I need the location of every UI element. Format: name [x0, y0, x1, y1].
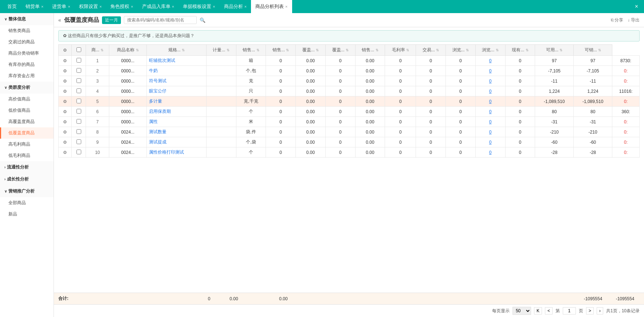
row-settings-icon[interactable]: ⚙: [63, 140, 67, 145]
sidebar-item-low-coverage[interactable]: 低覆盖度商品: [0, 127, 54, 139]
row-settings-icon[interactable]: ⚙: [63, 150, 67, 155]
row-name[interactable]: 测试数量: [146, 127, 206, 137]
row-settings[interactable]: ⚙: [59, 76, 72, 86]
close-icon[interactable]: ×: [99, 4, 102, 9]
search-icon[interactable]: 🔍: [200, 17, 205, 23]
row-name[interactable]: 牛奶: [146, 66, 206, 76]
col-sales3[interactable]: 销售... ⇅: [355, 45, 385, 56]
row-browse1[interactable]: 0: [475, 127, 505, 137]
nav-item-role[interactable]: 角色授权 ×: [106, 0, 137, 13]
per-page-select[interactable]: 50 20 100: [513, 307, 531, 315]
nav-item-finished-goods[interactable]: 产成品入库单 ×: [138, 0, 178, 13]
row-settings[interactable]: ⚙: [59, 137, 72, 147]
row-select-checkbox[interactable]: [76, 129, 81, 134]
row-settings-icon[interactable]: ⚙: [63, 109, 67, 114]
row-settings[interactable]: ⚙: [59, 117, 72, 127]
row-checkbox[interactable]: [72, 107, 86, 117]
row-browse1[interactable]: 0: [475, 137, 505, 147]
row-checkbox[interactable]: [72, 76, 86, 86]
share-button[interactable]: ⎗ 分享: [611, 17, 623, 23]
sidebar-section-circulation[interactable]: › 流通性分析: [0, 161, 54, 173]
row-settings[interactable]: ⚙: [59, 107, 72, 117]
row-select-checkbox[interactable]: [76, 88, 81, 93]
col-code[interactable]: 商... ⇅: [86, 45, 109, 56]
last-page-button[interactable]: ›: [597, 307, 603, 314]
col-gross-margin[interactable]: 毛利率 ⇅: [385, 45, 416, 56]
col-settings[interactable]: ⚙: [59, 45, 72, 56]
row-browse1[interactable]: 0: [475, 117, 505, 127]
row-browse1[interactable]: 0: [475, 147, 505, 158]
sidebar-item-stock-capital[interactable]: 库存资金占用: [0, 70, 54, 82]
sidebar-section-marketing[interactable]: ∨ 营销推广分析: [0, 185, 54, 197]
close-icon[interactable]: ×: [285, 4, 287, 9]
col-browse2[interactable]: 浏览... ⇅: [475, 45, 505, 56]
row-browse1[interactable]: 0: [475, 86, 505, 96]
col-coverage2[interactable]: 覆盖... ⇅: [325, 45, 355, 56]
row-select-checkbox[interactable]: [76, 139, 81, 144]
row-settings[interactable]: ⚙: [59, 147, 72, 158]
row-settings-icon[interactable]: ⚙: [63, 130, 67, 135]
col-coverage1[interactable]: 覆盖... ⇅: [296, 45, 326, 56]
row-settings-icon[interactable]: ⚙: [63, 68, 67, 74]
col-current-stock[interactable]: 现有... ⇅: [505, 45, 535, 56]
row-checkbox[interactable]: [72, 86, 86, 96]
time-filter-button[interactable]: 近一月: [102, 16, 121, 24]
nav-item-product-analysis[interactable]: 商品分析 ×: [220, 0, 251, 13]
row-settings-icon[interactable]: ⚙: [63, 99, 67, 104]
row-settings[interactable]: ⚙: [59, 127, 72, 137]
col-browse1[interactable]: 浏览... ⇅: [445, 45, 475, 56]
col-checkbox[interactable]: [72, 45, 86, 56]
row-checkbox[interactable]: [72, 117, 86, 127]
nav-item-home[interactable]: 首页: [3, 0, 21, 13]
close-icon[interactable]: ×: [213, 4, 215, 9]
sidebar-item-high-value[interactable]: 高价值商品: [0, 94, 54, 105]
close-icon[interactable]: ×: [68, 4, 70, 9]
row-select-checkbox[interactable]: [76, 68, 81, 73]
sidebar-item-high-margin[interactable]: 高毛利商品: [0, 139, 54, 150]
row-settings-icon[interactable]: ⚙: [63, 89, 67, 94]
sidebar-collapse-button[interactable]: «: [58, 17, 61, 23]
col-name[interactable]: 商品名称 ⇅: [109, 45, 146, 56]
sidebar-section-growth[interactable]: › 成长性分析: [0, 173, 54, 185]
next-page-button[interactable]: >: [586, 307, 594, 314]
sidebar-item-high-coverage[interactable]: 高覆盖度商品: [0, 116, 54, 127]
row-select-checkbox[interactable]: [76, 99, 81, 103]
row-name[interactable]: 眼宝公仔: [146, 86, 206, 96]
row-checkbox[interactable]: [72, 96, 86, 107]
sidebar-item-low-value[interactable]: 低价值商品: [0, 105, 54, 116]
search-input[interactable]: [124, 16, 197, 24]
close-icon[interactable]: ×: [172, 4, 174, 9]
row-select-checkbox[interactable]: [76, 109, 81, 114]
row-settings[interactable]: ⚙: [59, 86, 72, 96]
nav-item-template[interactable]: 单据模板设置 ×: [178, 0, 219, 13]
col-sales-qty[interactable]: 销售... ⇅: [236, 45, 266, 56]
row-name[interactable]: 属性价格打印测试: [146, 147, 206, 158]
sidebar-item-new-products[interactable]: 新品: [0, 209, 54, 220]
sidebar-item-category-activity[interactable]: 商品分类动销率: [0, 48, 54, 59]
sidebar-item-all-products[interactable]: 全部商品: [0, 197, 54, 209]
row-checkbox[interactable]: [72, 127, 86, 137]
row-checkbox[interactable]: [72, 147, 86, 158]
first-page-button[interactable]: K: [534, 307, 542, 314]
row-checkbox[interactable]: [72, 137, 86, 147]
sidebar-item-traded-products[interactable]: 交易过的商品: [0, 36, 54, 48]
sidebar-item-sales-products[interactable]: 销售类商品: [0, 25, 54, 36]
close-icon[interactable]: ×: [41, 4, 43, 9]
row-select-checkbox[interactable]: [76, 150, 81, 154]
prev-page-button[interactable]: <: [545, 307, 553, 314]
row-name[interactable]: 测试提成: [146, 137, 206, 147]
row-settings[interactable]: ⚙: [59, 96, 72, 107]
col-sellable[interactable]: 可销... ⇅: [574, 45, 612, 56]
nav-item-sales[interactable]: 销货单 ×: [21, 0, 48, 13]
col-unit[interactable]: 计量... ⇅: [206, 45, 236, 56]
close-icon[interactable]: ×: [131, 4, 133, 9]
row-name[interactable]: 旺辅批次测试: [146, 56, 206, 66]
col-available[interactable]: 可用... ⇅: [535, 45, 574, 56]
nav-item-purchase[interactable]: 进货单 ×: [48, 0, 74, 13]
row-name[interactable]: 属性: [146, 117, 206, 127]
row-browse1[interactable]: 0: [475, 66, 505, 76]
sidebar-section-cluster[interactable]: ∨ 类群度分析: [0, 82, 54, 94]
export-button[interactable]: ↓ 导出: [628, 17, 640, 23]
row-select-checkbox[interactable]: [76, 119, 81, 124]
col-sales-amt[interactable]: 销售... ⇅: [266, 45, 296, 56]
